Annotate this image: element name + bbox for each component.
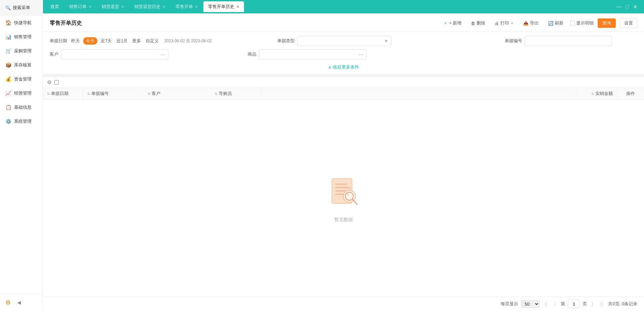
minimize-button[interactable]: — — [616, 4, 622, 10]
table-header: ⇅ 单据日期 ⇅ 单据编号 ⇅ 客户 ⇅ 导购员 ⇅ 实销 — [43, 88, 644, 100]
col-sort-customer-icon[interactable]: ⇅ — [148, 92, 150, 96]
next-page-button[interactable]: ⟩ — [590, 301, 595, 307]
doc-num-input[interactable] — [525, 36, 612, 46]
tab-close-retail-open[interactable]: ✕ — [195, 5, 198, 9]
sidebar-label-system-mgmt: 系统管理 — [14, 118, 32, 124]
collapse-sidebar-icon[interactable]: ◄ — [16, 299, 22, 306]
collapse-filter-bar[interactable]: ∧ 收起更多条件 — [50, 63, 637, 70]
tab-close-sales-order[interactable]: ✕ — [89, 5, 92, 9]
filter-area: 单据日期 昨天 今天 近7天 近1月 更多 自定义 2023-06-02 至 2… — [43, 32, 644, 74]
refresh-button[interactable]: 🔄 刷新 — [545, 19, 566, 28]
add-button[interactable]: ＋ + 新增 — [441, 19, 464, 28]
col-header-extra — [261, 91, 577, 96]
date-filter-label: 单据日期 — [50, 38, 67, 44]
date-opt-custom[interactable]: 自定义 — [144, 37, 160, 45]
col-customer-label: 客户 — [152, 91, 160, 97]
sidebar: 🔍 搜索采单 🏠 快捷导航 📊 销售管理 🛒 采购管理 📦 库存核算 💰 资金管… — [0, 0, 43, 311]
doc-type-filter-group: 单据类型 ▼ — [277, 36, 498, 46]
maximize-button[interactable]: □ — [626, 4, 629, 10]
svg-line-7 — [353, 200, 357, 204]
print-button[interactable]: 🖨 打印 ▼ — [492, 19, 516, 28]
sidebar-label-quick-nav: 快捷导航 — [14, 20, 32, 26]
export-icon: 📤 — [523, 21, 529, 26]
date-opt-more[interactable]: 更多 — [131, 37, 142, 45]
prev-page-button[interactable]: ⟨ — [552, 301, 558, 307]
date-opt-1month[interactable]: 近1月 — [115, 37, 129, 45]
query-button[interactable]: 查询 — [598, 18, 616, 28]
sidebar-item-inventory[interactable]: 📦 库存核算 — [0, 58, 43, 72]
tab-retail-open[interactable]: 零售开单✕ — [171, 1, 203, 12]
delete-button[interactable]: 🗑 删除 — [468, 19, 488, 28]
tab-label-home: 首页 — [50, 4, 59, 10]
col-header-guide: ⇅ 导购员 — [211, 88, 261, 99]
col-sort-guide-icon[interactable]: ⇅ — [215, 92, 217, 96]
settings-label: 设置 — [624, 20, 633, 26]
col-header-num: ⇅ 单据编号 — [83, 88, 144, 99]
query-label: 查询 — [602, 20, 611, 26]
date-opt-yesterday[interactable]: 昨天 — [70, 37, 81, 45]
col-action-label: 操作 — [626, 91, 635, 97]
tab-retail-open-history[interactable]: 零售开单历史✕ — [203, 1, 244, 12]
sidebar-label-purchase-mgmt: 采购管理 — [14, 48, 32, 54]
show-detail-checkbox[interactable] — [570, 21, 575, 25]
col-sort-num-icon[interactable]: ⇅ — [87, 92, 90, 96]
page-title: 零售开单历史 — [50, 20, 82, 27]
col-sort-date-icon[interactable]: ⇅ — [47, 92, 50, 96]
page-number-input[interactable] — [568, 300, 580, 308]
window-controls: — □ ✕ — [612, 0, 641, 13]
goods-select[interactable]: ··· — [259, 49, 366, 59]
table-toolbar: ⚙ — [43, 77, 644, 88]
sidebar-item-purchase-mgmt[interactable]: 🛒 采购管理 — [0, 44, 43, 58]
sidebar-search[interactable]: 🔍 搜索采单 — [0, 0, 43, 16]
select-all-checkbox[interactable] — [54, 80, 59, 85]
customer-label: 客户 — [50, 51, 58, 57]
tab-label-sales-return: 销货退货 — [102, 4, 119, 10]
tab-sales-return[interactable]: 销货退货✕ — [97, 1, 129, 12]
doc-type-select[interactable]: ▼ — [297, 36, 391, 46]
first-page-button[interactable]: ⟨⟨ — [542, 301, 550, 307]
last-page-button[interactable]: ⟩⟩ — [598, 301, 605, 307]
customer-dots: ··· — [160, 51, 165, 58]
sidebar-item-sales-mgmt[interactable]: 📊 销售管理 — [0, 30, 43, 44]
tab-label-sales-order: 销售订单 — [69, 4, 87, 10]
header-actions: ＋ + 新增 🗑 删除 🖨 打印 ▼ 📤 导出 🔄 — [441, 18, 637, 28]
tab-home[interactable]: 首页 — [46, 1, 64, 12]
collapse-label: 收起更多条件 — [333, 64, 359, 70]
per-page-label: 每页显示 — [501, 301, 518, 307]
col-header-amount: ⇅ 实销金额 — [577, 88, 617, 99]
per-page-select[interactable]: 50 10 20 100 — [521, 300, 540, 308]
sidebar-label-operations: 经营管理 — [14, 90, 32, 96]
tab-sales-return-history[interactable]: 销货退货历史✕ — [130, 1, 170, 12]
date-filter-group: 单据日期 昨天 今天 近7天 近1月 更多 自定义 2023-06-02 至 2… — [50, 37, 270, 45]
tab-close-sales-return-history[interactable]: ✕ — [162, 5, 165, 9]
tab-close-sales-return[interactable]: ✕ — [121, 5, 124, 9]
sidebar-item-basic-info[interactable]: 📋 基础信息 — [0, 100, 43, 114]
date-opt-today[interactable]: 今天 — [83, 37, 97, 45]
search-icon: 🔍 — [5, 5, 11, 10]
sidebar-item-finance[interactable]: 💰 资金管理 — [0, 72, 43, 86]
tab-bar: 首页销售订单✕销货退货✕销货退货历史✕零售开单✕零售开单历史✕ — □ ✕ — [43, 0, 644, 13]
sidebar-item-system-mgmt[interactable]: ⚙️ 系统管理 — [0, 114, 43, 128]
empty-text: 暂无数据 — [334, 217, 353, 223]
settings-bottom-icon[interactable]: ⚙ — [5, 299, 11, 306]
svg-rect-2 — [335, 187, 350, 188]
show-detail-toggle[interactable]: 显示明细 — [570, 20, 594, 26]
col-sort-amount-icon[interactable]: ⇅ — [591, 92, 594, 96]
export-button[interactable]: 📤 导出 — [521, 19, 541, 28]
tab-sales-order[interactable]: 销售订单✕ — [64, 1, 96, 12]
sidebar-item-operations[interactable]: 📈 经营管理 — [0, 86, 43, 100]
date-range-display: 2023-06-02 至 2023-06-02 — [164, 38, 211, 44]
tab-label-retail-open: 零售开单 — [176, 4, 193, 10]
table-settings-icon[interactable]: ⚙ — [47, 79, 52, 86]
date-opt-7days[interactable]: 近7天 — [99, 37, 113, 45]
close-window-button[interactable]: ✕ — [633, 4, 637, 10]
tab-close-retail-open-history[interactable]: ✕ — [236, 5, 239, 9]
svg-rect-1 — [335, 184, 347, 185]
goods-filter-group: 商品 ··· — [248, 49, 439, 59]
sidebar-label-inventory: 库存核算 — [14, 62, 32, 68]
col-amount-label: 实销金额 — [595, 91, 613, 97]
customer-select[interactable]: ··· — [61, 49, 168, 59]
settings-button[interactable]: 设置 — [620, 18, 637, 28]
filter-row-2: 客户 ··· 商品 ··· — [50, 49, 637, 59]
sidebar-item-quick-nav[interactable]: 🏠 快捷导航 — [0, 16, 43, 30]
